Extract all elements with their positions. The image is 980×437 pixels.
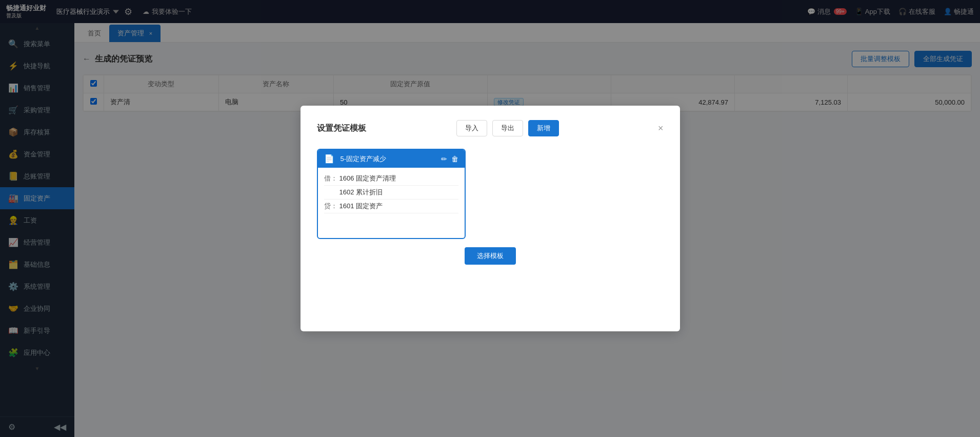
select-template-btn[interactable]: 选择模板 bbox=[465, 247, 516, 265]
credit-label-1: 贷： bbox=[324, 202, 339, 211]
import-btn[interactable]: 导入 bbox=[456, 120, 487, 136]
debit-label-1: 借： bbox=[324, 174, 339, 183]
modal-header: 设置凭证模板 导入 导出 新增 × bbox=[317, 120, 664, 136]
modal-close-btn[interactable]: × bbox=[658, 123, 664, 134]
set-template-modal: 设置凭证模板 导入 导出 新增 × 📄 5-固定资产减少 ✏ 🗑 bbox=[301, 106, 680, 331]
export-btn[interactable]: 导出 bbox=[492, 120, 523, 136]
template-empty-space bbox=[324, 213, 458, 234]
template-card: 📄 5-固定资产减少 ✏ 🗑 借： 1606 固定资产清理 1602 累计折旧 bbox=[317, 149, 466, 239]
template-card-title: 5-固定资产减少 bbox=[341, 154, 437, 164]
template-delete-icon[interactable]: 🗑 bbox=[451, 155, 458, 163]
debit-label-2 bbox=[324, 188, 339, 197]
template-card-doc-icon: 📄 bbox=[324, 154, 334, 164]
template-card-body: 借： 1606 固定资产清理 1602 累计折旧 贷： 1601 固定资产 bbox=[318, 168, 465, 238]
template-debit-row-2: 1602 累计折旧 bbox=[324, 186, 458, 200]
modal-action-buttons: 导入 导出 新增 bbox=[456, 120, 559, 136]
new-template-btn[interactable]: 新增 bbox=[528, 120, 559, 136]
template-card-header-icons: ✏ 🗑 bbox=[441, 155, 458, 163]
modal-title: 设置凭证模板 bbox=[317, 123, 366, 134]
modal-overlay: 设置凭证模板 导入 导出 新增 × 📄 5-固定资产减少 ✏ 🗑 bbox=[0, 0, 980, 437]
template-credit-row-1: 贷： 1601 固定资产 bbox=[324, 200, 458, 213]
template-card-header: 📄 5-固定资产减少 ✏ 🗑 bbox=[318, 150, 465, 168]
debit-account-1: 1606 固定资产清理 bbox=[339, 174, 458, 183]
credit-account-1: 1601 固定资产 bbox=[339, 202, 458, 211]
template-debit-row-1: 借： 1606 固定资产清理 bbox=[324, 172, 458, 186]
debit-account-2: 1602 累计折旧 bbox=[339, 188, 458, 197]
app-container: 畅捷通好业财 普及版 医疗器械行业演示 ⚙ ☁ 我要体验一下 💬 消息 99+ … bbox=[0, 0, 980, 437]
template-edit-icon[interactable]: ✏ bbox=[441, 155, 447, 163]
